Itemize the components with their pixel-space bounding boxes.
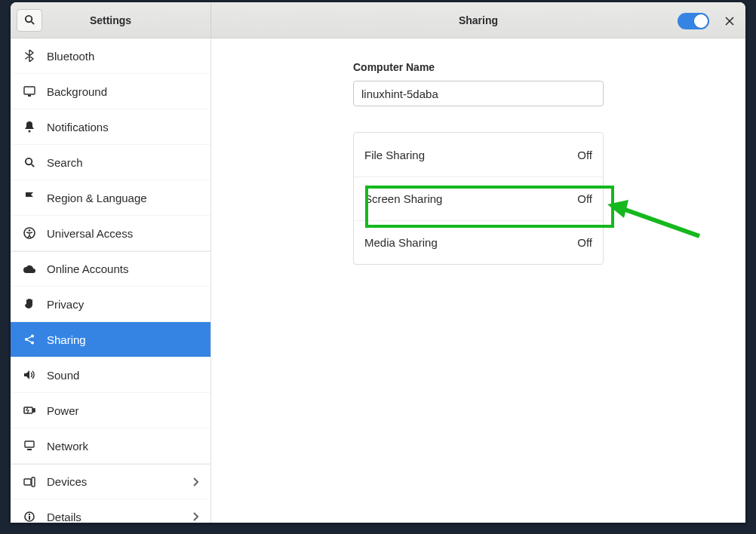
svg-point-7 [25,158,31,164]
option-status: Off [577,192,592,205]
sidebar-item-label: Notifications [47,121,109,134]
svg-line-15 [28,340,32,342]
sidebar-item-label: Bluetooth [47,50,94,63]
option-file-sharing[interactable]: File Sharing Off [354,133,603,176]
sidebar-item-label: Devices [47,475,87,488]
settings-window: Settings Sharing Bluetooth [11,2,745,523]
devices-icon [23,475,36,489]
sidebar-item-label: Sound [47,369,79,382]
sidebar-item-label: Online Accounts [47,262,128,275]
sidebar-item-details[interactable]: Details [11,499,211,523]
svg-point-0 [25,16,31,22]
svg-point-6 [29,130,31,133]
computer-name-input[interactable] [353,81,604,106]
sidebar-item-power[interactable]: Power [11,393,211,428]
option-status: Off [577,149,592,161]
svg-rect-21 [32,477,35,486]
svg-line-1 [31,22,33,24]
chevron-right-icon [192,512,198,521]
search-button[interactable] [17,9,42,32]
svg-rect-23 [29,516,30,520]
sidebar-item-sharing[interactable]: Sharing [11,322,211,358]
sidebar-item-region[interactable]: Region & Language [11,180,211,216]
sidebar-item-label: Privacy [47,298,84,311]
headerbar-right: Sharing [211,2,745,38]
svg-rect-17 [33,409,35,412]
cloud-icon [23,262,36,276]
svg-rect-4 [24,87,35,94]
sidebar: Bluetooth Background Notifications Searc… [11,38,211,523]
sidebar-item-devices[interactable]: Devices [11,464,211,499]
close-icon [725,17,734,26]
computer-name-label: Computer Name [353,61,604,73]
switch-knob [694,14,708,28]
option-status: Off [577,236,592,249]
page-title: Sharing [211,14,745,26]
svg-point-10 [29,229,31,232]
window-body: Bluetooth Background Notifications Searc… [11,38,745,523]
hand-icon [23,297,36,311]
sidebar-item-universal-access[interactable]: Universal Access [11,216,211,251]
sidebar-item-bluetooth[interactable]: Bluetooth [11,38,211,74]
flag-icon [23,191,36,204]
option-media-sharing[interactable]: Media Sharing Off [354,220,603,264]
share-icon [23,333,36,346]
bluetooth-icon [23,49,36,63]
option-screen-sharing[interactable]: Screen Sharing Off [354,176,603,220]
option-label: Screen Sharing [364,192,442,205]
headerbar-left: Settings [11,2,211,38]
bell-icon [23,120,36,134]
sidebar-item-label: Background [47,85,107,98]
sidebar-item-label: Universal Access [47,227,133,240]
sidebar-item-background[interactable]: Background [11,74,211,109]
sidebar-item-label: Details [47,511,81,523]
sidebar-item-online-accounts[interactable]: Online Accounts [11,251,211,287]
search-icon [24,14,35,26]
option-label: Media Sharing [364,236,438,249]
svg-line-8 [31,164,33,166]
svg-rect-19 [27,449,32,450]
power-icon [23,404,36,417]
svg-rect-18 [25,441,34,447]
sidebar-item-search[interactable]: Search [11,145,211,180]
sidebar-item-label: Power [47,404,79,417]
sidebar-item-label: Sharing [47,333,86,346]
sidebar-item-privacy[interactable]: Privacy [11,287,211,322]
close-button[interactable] [721,13,738,29]
svg-rect-24 [29,514,30,515]
headerbar: Settings Sharing [11,2,745,38]
sidebar-item-label: Search [47,156,83,169]
svg-line-14 [28,336,32,339]
sidebar-item-label: Network [47,440,88,453]
search-icon [23,155,36,169]
chevron-right-icon [192,477,198,486]
sharing-options-list: File Sharing Off Screen Sharing Off Medi… [353,132,604,265]
sidebar-item-notifications[interactable]: Notifications [11,109,211,145]
svg-rect-20 [24,479,31,485]
sidebar-item-label: Region & Language [47,192,147,204]
sidebar-item-sound[interactable]: Sound [11,358,211,393]
network-icon [23,439,36,453]
speaker-icon [23,368,36,382]
sharing-master-switch[interactable] [678,13,709,29]
background-icon [23,84,36,98]
accessibility-icon [23,226,36,240]
svg-rect-5 [28,95,31,97]
option-label: File Sharing [364,149,425,161]
sidebar-item-network[interactable]: Network [11,428,211,464]
content-area: Computer Name File Sharing Off Screen Sh… [211,38,745,523]
details-icon [23,510,36,523]
